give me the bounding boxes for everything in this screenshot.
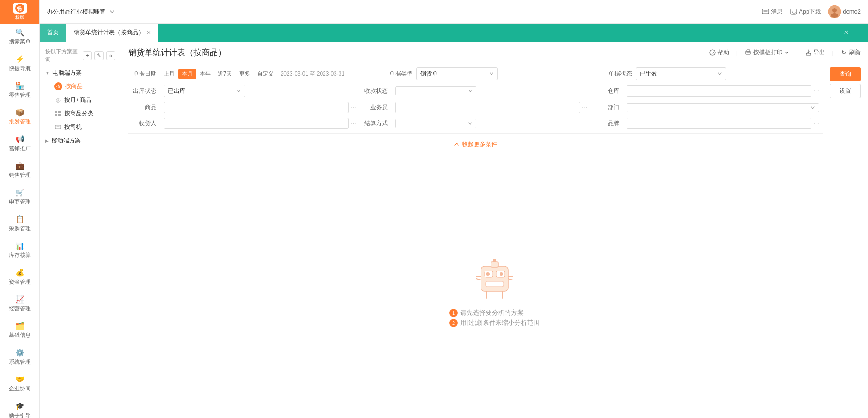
date-tab-thisyear[interactable]: 本年 [196, 69, 214, 79]
retail-icon: 🏪 [15, 81, 24, 90]
export-label: 导出 [813, 48, 825, 57]
sidebar-item-search[interactable]: 🔍 搜索菜单 [0, 24, 39, 50]
date-tab-more[interactable]: 更多 [236, 69, 254, 79]
tree-item-by-product[interactable]: 按 按商品 [40, 80, 121, 93]
paystatus-arrow-icon [468, 89, 472, 93]
sidebar-item-sales[interactable]: 💼 销售管理 [0, 157, 39, 184]
svg-point-27 [493, 259, 496, 262]
salesperson-input[interactable] [395, 102, 580, 113]
type-select[interactable]: 销货单 [416, 67, 498, 80]
sidebar-item-inventory-label: 库存核算 [9, 252, 31, 259]
sidebar-item-marketing[interactable]: 📢 营销推广 [0, 130, 39, 157]
brand-input[interactable] [627, 118, 811, 129]
product-input[interactable] [164, 102, 349, 113]
dept-select[interactable] [627, 103, 819, 112]
product-dots-icon[interactable]: ··· [350, 104, 356, 112]
dept-label: 部门 [591, 104, 623, 112]
date-tabs: 上月 本月 本年 近7天 更多 自定义 [160, 69, 277, 79]
tab-home[interactable]: 首页 [40, 24, 66, 42]
svg-rect-9 [58, 111, 61, 113]
status-select[interactable]: 已生效 [636, 67, 726, 80]
tab-sales-stat[interactable]: 销货单统计计表（按商品） × [66, 24, 158, 42]
app-download-label: App下载 [799, 8, 821, 16]
message-button[interactable]: 消息 [762, 8, 783, 16]
tree-group-mobile-header[interactable]: ▶ 移动端方案 [40, 134, 121, 147]
wholesale-icon: 📦 [15, 108, 24, 117]
warehouse-dots-icon[interactable]: ··· [813, 87, 819, 95]
sidebar-item-retail[interactable]: 🏪 零售管理 [0, 77, 39, 104]
salesperson-dots-icon[interactable]: ··· [582, 104, 588, 112]
receiver-filter-col: ··· [160, 118, 360, 129]
payment-select[interactable] [395, 119, 476, 128]
edit-scheme-button[interactable]: ✎ [94, 51, 104, 60]
warehouse-input[interactable] [627, 86, 811, 97]
date-tab-lastmonth[interactable]: 上月 [160, 69, 178, 79]
receiver-input[interactable] [164, 118, 349, 129]
export-button[interactable]: 导出 [805, 48, 825, 57]
maximize-window-button[interactable]: ⛶ [854, 27, 864, 38]
sidebar-item-basic[interactable]: 🗂️ 基础信息 [0, 317, 39, 344]
empty-state: 1 请先选择要分析的方案 2 用[过滤]条件来缩小分析范围 [121, 157, 868, 418]
help-button[interactable]: ? 帮助 [709, 48, 729, 57]
tip1-num: 1 [449, 309, 458, 317]
paystatus-select[interactable] [395, 86, 476, 95]
right-content: 销货单统计计表（按商品） ? 帮助 | 按模板打印 | 导 [121, 42, 868, 418]
topbar: 办公用品行业模拟账套 消息 App App下载 demo2 [40, 0, 868, 24]
export-icon [805, 49, 811, 56]
sidebar-item-guide[interactable]: 🎓 新手引导 [0, 397, 39, 418]
inventory-icon: 📊 [15, 242, 24, 250]
tree-item-by-month-product[interactable]: ㊗ 按月+商品 [40, 93, 121, 107]
date-tab-thismonth[interactable]: 本月 [178, 69, 196, 79]
brand-dots-icon[interactable]: ··· [813, 119, 819, 128]
sidebar-item-operation[interactable]: 📈 经营管理 [0, 290, 39, 317]
help-icon: ? [709, 49, 716, 56]
tree-group-desktop-header[interactable]: ▼ 电脑端方案 [40, 66, 121, 80]
tree-group-desktop-label: 电脑端方案 [52, 69, 82, 77]
refresh-label: 刷新 [849, 48, 861, 57]
sidebar-item-wholesale[interactable]: 📦 批发管理 [0, 104, 39, 130]
date-tab-custom[interactable]: 自定义 [254, 69, 277, 79]
sidebar-item-inventory[interactable]: 📊 库存核算 [0, 237, 39, 264]
tree-item-by-cashier[interactable]: 按司机 [40, 120, 121, 134]
receiver-dots-icon[interactable]: ··· [350, 119, 356, 128]
sidebar: 畅 标版 🔍 搜索菜单 ⚡ 快捷导航 🏪 零售管理 📦 批发管理 📢 营销推广 … [0, 0, 40, 418]
tree-item-by-category[interactable]: 按商品分类 [40, 107, 121, 120]
system-icon: ⚙️ [15, 348, 24, 357]
user-menu[interactable]: demo2 [828, 5, 861, 18]
add-icon: + [85, 52, 89, 59]
collapse-panel-button[interactable]: « [106, 51, 115, 60]
active-dot-icon: 按 [54, 82, 62, 90]
svg-point-25 [500, 272, 503, 276]
tab-close-icon[interactable]: × [147, 29, 151, 36]
sidebar-item-system[interactable]: ⚙️ 系统管理 [0, 344, 39, 370]
sidebar-item-sales-label: 销售管理 [9, 171, 31, 179]
print-label: 按模板打印 [753, 48, 783, 57]
chevron-down-icon [109, 9, 115, 14]
date-tab-7days[interactable]: 近7天 [214, 69, 236, 79]
sidebar-item-ecommerce[interactable]: 🛒 电商管理 [0, 184, 39, 210]
print-button[interactable]: 按模板打印 [745, 48, 789, 57]
app-download-button[interactable]: App App下载 [790, 8, 821, 16]
settings-button[interactable]: 设置 [830, 84, 861, 98]
add-scheme-button[interactable]: + [83, 51, 92, 60]
search-icon: 🔍 [15, 28, 24, 37]
sidebar-item-enterprise[interactable]: 🤝 企业协同 [0, 370, 39, 397]
outstatus-label: 出库状态 [128, 87, 160, 95]
refresh-button[interactable]: 刷新 [841, 48, 861, 57]
sidebar-item-quick-nav[interactable]: ⚡ 快捷导航 [0, 50, 39, 77]
close-window-button[interactable]: × [841, 27, 852, 38]
collapse-label: 收起更多条件 [462, 140, 497, 148]
filter-row-3: 商品 ··· 业务员 ··· 部门 [128, 102, 823, 113]
sidebar-item-finance[interactable]: 💰 资金管理 [0, 264, 39, 290]
query-button[interactable]: 查询 [830, 67, 861, 81]
collapse-button[interactable]: 收起更多条件 [454, 138, 497, 151]
status-filter-group: 已生效 [636, 67, 823, 80]
svg-rect-10 [55, 114, 57, 116]
logo-icon: 畅 [13, 3, 27, 14]
status-select-arrow-icon [717, 71, 722, 76]
outstatus-select[interactable]: 已出库 [164, 85, 245, 97]
tab-sales-stat-label: 销货单统计计表（按商品） [74, 28, 144, 37]
sidebar-item-purchase[interactable]: 📋 采购管理 [0, 210, 39, 237]
message-icon [762, 8, 769, 15]
print-icon [745, 49, 751, 56]
